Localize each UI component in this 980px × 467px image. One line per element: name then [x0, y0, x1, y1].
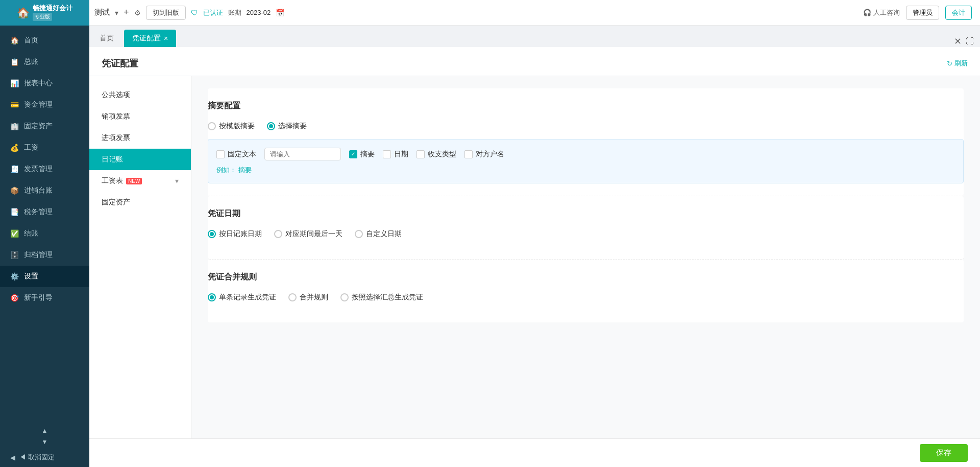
- cancel-fixed-button[interactable]: ◀ ◀ 取消固定: [0, 448, 89, 467]
- service-button[interactable]: 🎧 人工咨询: [863, 8, 900, 17]
- switch-version-button[interactable]: 切到旧版: [146, 6, 186, 20]
- checkbox-date[interactable]: 日期: [383, 150, 408, 159]
- refresh-icon: ↻: [947, 60, 952, 67]
- logo-text: 畅捷通好会计: [33, 4, 72, 12]
- radio-merge-rule[interactable]: 合并规则: [288, 293, 328, 302]
- left-nav-fixed-assets[interactable]: 固定资产: [89, 192, 191, 213]
- content-area: 首页 凭证配置 × ✕ ⛶ 凭证配置 ↻ 刷新: [89, 26, 980, 467]
- checkbox-box-pay-type: [416, 150, 425, 158]
- scroll-down-arrow[interactable]: ▼: [0, 436, 89, 448]
- expand-window-icon[interactable]: ⛶: [966, 37, 974, 46]
- calendar-icon[interactable]: 📅: [276, 9, 284, 17]
- invoice-icon: 🧾: [10, 165, 19, 173]
- radio-dot-single: [210, 295, 214, 299]
- left-nav-journal[interactable]: 日记账: [89, 149, 191, 170]
- radio-single-record[interactable]: 单条记录生成凭证: [208, 293, 276, 302]
- page-header: 凭证配置 ↻ 刷新: [89, 47, 980, 76]
- radio-journal-date[interactable]: 按日记账日期: [208, 229, 262, 239]
- inner-layout: 公共选项 销项发票 进项发票 日记账 工资表 NEW: [89, 76, 980, 438]
- sidebar-item-asset[interactable]: 🏢 固定资产: [0, 115, 89, 137]
- tab-close-icon[interactable]: ×: [164, 34, 168, 42]
- left-nav-public[interactable]: 公共选项: [89, 84, 191, 106]
- sidebar-item-settings[interactable]: ⚙️ 设置: [0, 266, 89, 287]
- asset-icon: 🏢: [10, 122, 19, 130]
- scroll-up-arrow[interactable]: ▲: [0, 425, 89, 436]
- salary-icon: 💰: [10, 144, 19, 152]
- headset-icon: 🎧: [863, 9, 871, 16]
- sidebar-item-settlement[interactable]: ✅ 结账: [0, 223, 89, 244]
- right-config-content: 摘要配置 按模版摘要 选择摘要: [191, 76, 980, 438]
- sales-icon: 📦: [10, 186, 19, 195]
- refresh-button[interactable]: ↻ 刷新: [947, 59, 968, 68]
- guide-icon: 🎯: [10, 294, 19, 302]
- left-nav-sales-invoice[interactable]: 销项发票: [89, 106, 191, 127]
- merge-section-title: 凭证合并规则: [208, 272, 964, 283]
- tax-icon: 📑: [10, 208, 19, 216]
- left-arrow-icon: ◀: [10, 454, 15, 461]
- logo-icon: 🏠: [17, 7, 30, 19]
- save-button[interactable]: 保存: [920, 444, 968, 462]
- admin-button[interactable]: 管理员: [906, 6, 939, 20]
- example-value: 摘要: [238, 166, 252, 174]
- radio-period-last[interactable]: 对应期间最后一天: [274, 229, 342, 239]
- radio-circle-custom-date: [355, 230, 363, 238]
- radio-custom-date[interactable]: 自定义日期: [355, 229, 402, 239]
- add-icon[interactable]: +: [124, 7, 129, 18]
- sidebar-item-ledger[interactable]: 📋 总账: [0, 51, 89, 73]
- sidebar-item-capital[interactable]: 💳 资金管理: [0, 94, 89, 115]
- page-content: 凭证配置 ↻ 刷新 公共选项 销项发票 进项发票: [89, 47, 980, 438]
- close-window-icon[interactable]: ✕: [954, 36, 962, 47]
- left-nav-payroll[interactable]: 工资表 NEW ▾: [89, 170, 191, 192]
- radio-template-summary[interactable]: 按模版摘要: [208, 122, 255, 131]
- example-prefix: 例如：: [216, 166, 236, 174]
- period-value: 2023-02: [247, 9, 271, 16]
- radio-circle-template: [208, 122, 216, 130]
- sidebar-item-invoice[interactable]: 🧾 发票管理: [0, 158, 89, 180]
- settings-icon: ⚙️: [10, 272, 19, 281]
- sidebar-item-salary[interactable]: 💰 工资: [0, 137, 89, 158]
- fixed-text-input[interactable]: [264, 148, 341, 160]
- radio-select-summary[interactable]: 选择摘要: [267, 122, 307, 131]
- checkbox-pay-type[interactable]: 收支类型: [416, 150, 456, 159]
- checkbox-counterpart[interactable]: 对方户名: [464, 150, 504, 159]
- date-section-title: 凭证日期: [208, 208, 964, 219]
- summary-radio-group: 按模版摘要 选择摘要: [208, 122, 964, 131]
- accountant-button[interactable]: 会计: [945, 6, 972, 20]
- merge-section: 凭证合并规则 单条记录生成凭证 合并规则: [208, 260, 964, 322]
- tab-bar: 首页 凭证配置 × ✕ ⛶: [89, 26, 980, 47]
- sidebar: 🏠 首页 📋 总账 📊 报表中心 💳 资金管理 🏢 固定资产 💰 工资: [0, 26, 89, 467]
- company-name: 测试: [94, 8, 110, 17]
- left-nav-purchase-invoice[interactable]: 进项发票: [89, 127, 191, 149]
- radio-circle-single: [208, 293, 216, 301]
- radio-dot-journal-date: [210, 232, 214, 236]
- certified-text: 已认证: [203, 8, 223, 17]
- tab-bar-actions: ✕ ⛶: [954, 36, 980, 47]
- summary-config-row: 固定文本 ✓ 摘要: [216, 148, 955, 160]
- summary-section: 摘要配置 按模版摘要 选择摘要: [208, 88, 964, 196]
- gear-icon[interactable]: ⚙: [134, 9, 141, 17]
- tab-config[interactable]: 凭证配置 ×: [124, 30, 176, 47]
- radio-select-merge[interactable]: 按照选择汇总生成凭证: [340, 293, 423, 302]
- sidebar-item-tax[interactable]: 📑 税务管理: [0, 201, 89, 223]
- summary-config-box: 固定文本 ✓ 摘要: [208, 139, 964, 183]
- checkbox-box-counterpart: [464, 150, 473, 158]
- sidebar-item-report[interactable]: 📊 报表中心: [0, 73, 89, 94]
- ledger-icon: 📋: [10, 58, 19, 66]
- checkbox-fixed-text[interactable]: 固定文本: [216, 150, 256, 159]
- checkbox-summary[interactable]: ✓ 摘要: [349, 150, 375, 159]
- certified-icon: 🛡: [191, 9, 198, 17]
- radio-circle-merge: [288, 293, 297, 301]
- checkmark-summary: ✓: [351, 151, 355, 157]
- bottom-bar: 保存: [89, 438, 980, 467]
- sidebar-item-home[interactable]: 🏠 首页: [0, 30, 89, 51]
- radio-circle-journal-date: [208, 230, 216, 238]
- tab-home[interactable]: 首页: [89, 30, 124, 47]
- sidebar-item-guide[interactable]: 🎯 新手引导: [0, 287, 89, 309]
- logo-badge: 专业版: [33, 13, 52, 21]
- home-icon: 🏠: [10, 36, 19, 44]
- sidebar-item-sales[interactable]: 📦 进销台账: [0, 180, 89, 201]
- sidebar-item-archive[interactable]: 🗄️ 归档管理: [0, 244, 89, 266]
- dropdown-arrow-icon[interactable]: ▾: [115, 9, 118, 17]
- topbar: 🏠 畅捷通好会计 专业版 测试 ▾ + ⚙ 切到旧版 🛡 已认证 账期 2023…: [0, 0, 980, 26]
- new-badge: NEW: [126, 178, 142, 184]
